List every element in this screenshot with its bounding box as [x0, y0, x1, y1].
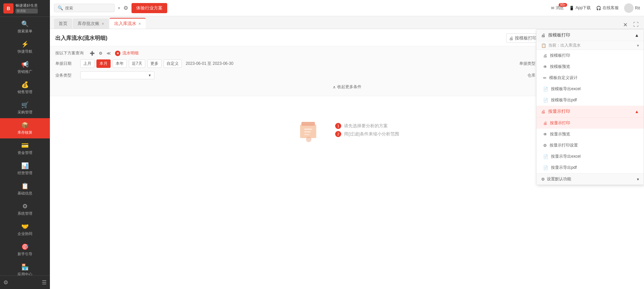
collapse-up-icon: ∧ — [333, 85, 336, 89]
display-export-pdf-item[interactable]: 📄 按显示导出pdf — [536, 162, 644, 173]
display-print-header[interactable]: 🖨 按显示打印 ▲ — [536, 106, 644, 117]
template-export-excel-icon: 📄 — [543, 87, 548, 91]
tab-inventory-batch-close[interactable]: ✕ — [101, 22, 104, 26]
close-window-btn[interactable]: ✕ — [621, 21, 629, 29]
tab-inventory-batch[interactable]: 库存批次账 ✕ — [73, 19, 109, 29]
filter-add-btn[interactable]: ➕ — [90, 51, 95, 56]
date-this-month-btn[interactable]: 本月 — [96, 59, 111, 68]
tab-bar: 首页 库存批次账 ✕ 出入库流水 ✕ ✕ ⛶ — [50, 16, 644, 29]
display-export-excel-item[interactable]: 📄 按显示导出excel — [536, 151, 644, 162]
empty-state-icon — [295, 116, 322, 143]
filter-tag: ★ 流水明细 — [115, 50, 139, 56]
double-left-icon: ≪ — [107, 51, 111, 56]
set-default-arrow: ▾ — [637, 177, 639, 182]
message-icon: ✉ — [551, 6, 554, 10]
sidebar-settings-icon[interactable]: ⚙ — [3, 279, 8, 286]
collapse-conditions-btn[interactable]: ∧ 收起更多条件 — [331, 82, 363, 92]
template-print-header-icon: 🖨 — [541, 33, 546, 38]
current-template-arrow: ▾ — [637, 43, 639, 48]
topbar-gear-icon[interactable]: ⚙ — [123, 5, 128, 11]
warehouse-label: 仓库 — [527, 73, 535, 78]
display-settings-icon: ⚙ — [543, 143, 547, 148]
filter-collapse-icon[interactable]: ≪ — [107, 51, 111, 56]
sidebar-item-sales[interactable]: 💰 销售管理 — [0, 78, 50, 98]
date-more-btn[interactable]: 更多 — [147, 59, 162, 68]
date-this-year-btn[interactable]: 本年 — [113, 59, 127, 68]
date-7days-btn[interactable]: 近7天 — [129, 59, 145, 68]
main-area: 🔍 ▾ ⚙ 体验行业方案 ✉ 消息 99+ 📱 App下载 🎧 在线客服 Rit — [50, 0, 644, 289]
operation-icon: 📊 — [21, 162, 29, 169]
filter-section-label: 按以下方案查询 — [55, 50, 84, 56]
sidebar-item-search[interactable]: 🔍 搜索菜单 — [0, 17, 50, 37]
tab-inout-flow-close[interactable]: ✕ — [138, 22, 141, 26]
filter-settings-btn[interactable]: ⚙ — [99, 51, 103, 56]
template-export-pdf-item[interactable]: 📄 按模板导出pdf — [536, 95, 644, 106]
display-preview-item[interactable]: 👁 按显示预览 — [536, 129, 644, 140]
template-export-excel-item[interactable]: 📄 按模板导出excel — [536, 83, 644, 95]
template-design-item[interactable]: ✏ 模板自定义设计 — [536, 72, 644, 83]
set-default-footer[interactable]: ⚙ 设置默认功能 ▾ — [536, 173, 644, 185]
template-print-header[interactable]: 🖨 按模板打印 ▲ — [536, 29, 644, 41]
sidebar-item-quicknav[interactable]: ⚡ 快捷导航 — [0, 37, 50, 57]
topbar-search-box[interactable]: 🔍 — [54, 4, 115, 12]
sidebar-item-operation[interactable]: 📊 经营管理 — [0, 159, 50, 179]
biz-type-select[interactable]: ▾ — [80, 71, 154, 79]
appcenter-icon: 🏪 — [21, 263, 29, 271]
purchase-icon: 🛒 — [21, 101, 29, 109]
enterprise-icon: 🤝 — [21, 223, 29, 230]
tab-home[interactable]: 首页 — [54, 19, 72, 29]
user-avatar-area[interactable]: Rit — [624, 3, 640, 13]
sidebar-item-purchase-label: 采购管理 — [18, 110, 32, 115]
app-download-btn[interactable]: 📱 App下载 — [569, 5, 591, 11]
app-name: 畅捷通好生意 — [16, 3, 38, 8]
app-download-label: App下载 — [576, 5, 591, 11]
sidebar-item-newbie[interactable]: 🎯 新手引导 — [0, 240, 50, 260]
current-template-row: 📋 当前：出入库流水 ▾ — [536, 41, 644, 50]
basicinfo-icon: 📋 — [21, 182, 29, 190]
sidebar-item-marketing[interactable]: 📢 营销推广 — [0, 57, 50, 78]
display-print-header-icon: 🖨 — [541, 109, 546, 114]
sidebar-item-enterprise[interactable]: 🤝 企业协同 — [0, 219, 50, 240]
online-service-btn[interactable]: 🎧 在线客服 — [596, 5, 619, 11]
template-print-item[interactable]: 🖨 按模板打印 — [536, 50, 644, 61]
date-custom-btn[interactable]: 自定义 — [164, 59, 182, 68]
sidebar-item-system[interactable]: ⚙ 系统管理 — [0, 199, 50, 219]
template-preview-item[interactable]: 👁 按模板预览 — [536, 61, 644, 72]
sidebar-item-finance-label: 资金管理 — [18, 150, 32, 155]
logo-icon: B — [3, 3, 13, 14]
industry-btn[interactable]: 体验行业方案 — [131, 3, 167, 13]
display-print-item[interactable]: 🖨 按显示打印 — [536, 117, 644, 129]
nav-dropdown-arrow[interactable]: ▾ — [118, 6, 120, 10]
sidebar-item-finance[interactable]: 💳 资金管理 — [0, 138, 50, 159]
set-default-icon: ⚙ — [541, 177, 545, 182]
sidebar-item-inventory-label: 库存核算 — [18, 130, 32, 135]
search-input[interactable] — [65, 6, 109, 10]
date-last-month-btn[interactable]: 上月 — [80, 59, 94, 68]
sidebar-item-basicinfo[interactable]: 📋 基础信息 — [0, 179, 50, 199]
sidebar-item-sales-label: 销售管理 — [18, 89, 32, 95]
display-preview-icon: 👁 — [543, 132, 547, 137]
current-template-label: 当前：出入库流水 — [548, 43, 581, 48]
svg-rect-1 — [301, 122, 315, 126]
message-btn[interactable]: ✉ 消息 99+ — [551, 5, 564, 11]
sidebar-item-appcenter[interactable]: 🏪 应用中心 — [0, 260, 50, 275]
sidebar-logo: B 畅捷通好生意 标准版 — [0, 0, 50, 17]
maximize-window-btn[interactable]: ⛶ — [632, 21, 640, 29]
template-export-pdf-label: 按模板导出pdf — [551, 97, 577, 103]
plus-icon: ➕ — [90, 51, 95, 56]
display-print-arrow: ▲ — [635, 109, 639, 114]
sidebar-bottom: ⚙ ☰ — [0, 275, 50, 289]
filter-tag-icon: ★ — [115, 51, 120, 56]
sidebar-item-inventory[interactable]: 📦 库存核算 — [0, 118, 50, 138]
display-export-excel-label: 按显示导出excel — [551, 154, 581, 159]
tab-inout-flow[interactable]: 出入库流水 ✕ — [110, 18, 146, 29]
template-design-item-label: 模板自定义设计 — [549, 75, 578, 81]
sidebar-item-newbie-label: 新手引导 — [18, 252, 32, 257]
sidebar-menu-icon[interactable]: ☰ — [42, 279, 47, 286]
sidebar-item-system-label: 系统管理 — [18, 211, 32, 216]
newbie-icon: 🎯 — [21, 243, 29, 251]
display-print-settings-item[interactable]: ⚙ 按显示打印设置 — [536, 140, 644, 151]
sidebar-item-purchase[interactable]: 🛒 采购管理 — [0, 98, 50, 118]
sidebar-item-marketing-label: 营销推广 — [18, 69, 32, 74]
svg-rect-3 — [304, 131, 311, 132]
